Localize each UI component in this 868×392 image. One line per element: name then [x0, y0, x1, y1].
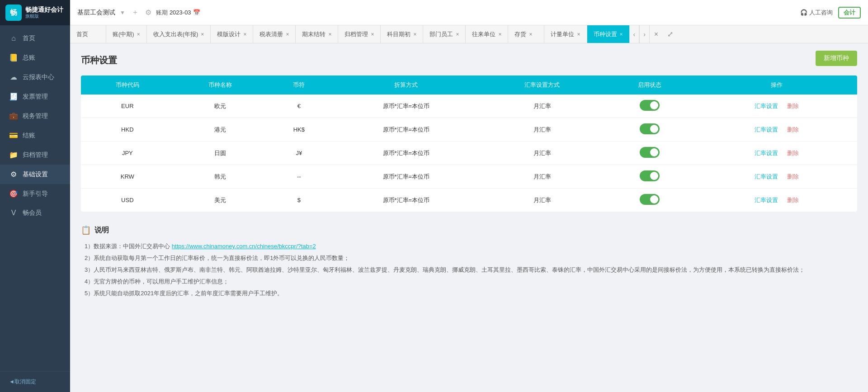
- tab-currency-label: 币种设置: [594, 30, 617, 38]
- tab-period-end[interactable]: 期末结转 ×: [296, 25, 338, 43]
- service-button[interactable]: 🎧 人工咨询: [800, 9, 833, 17]
- tab-period-end-close[interactable]: ×: [328, 31, 331, 38]
- new-currency-button[interactable]: 新增币种: [816, 51, 857, 66]
- note-item: 1）数据来源：中国外汇交易中心 https://www.chinamoney.c…: [85, 241, 857, 252]
- rate-setting-link-USD[interactable]: 汇率设置: [755, 197, 778, 203]
- tab-subjects[interactable]: 科目期初 ×: [381, 25, 423, 43]
- sidebar-item-tax[interactable]: 💼 税务管理: [0, 106, 70, 126]
- tab-income[interactable]: 收入支出表(年报) ×: [147, 25, 211, 43]
- sidebar-item-settings[interactable]: ⚙ 基础设置: [0, 165, 70, 184]
- period-label: 账期: [156, 9, 168, 17]
- cell-action: 汇率设置 删除: [696, 189, 857, 212]
- logo-sub: 旗舰版: [25, 13, 63, 19]
- tab-subjects-close[interactable]: ×: [413, 31, 416, 38]
- delete-link-KRW[interactable]: 删除: [787, 173, 799, 180]
- sidebar-item-home[interactable]: ⌂ 首页: [0, 29, 70, 48]
- tab-measure-close[interactable]: ×: [577, 31, 580, 38]
- sidebar-item-reports[interactable]: ☁ 云报表中心: [0, 67, 70, 87]
- tab-measure[interactable]: 计量单位 ×: [544, 25, 587, 43]
- sidebar-pin-label: ◄取消固定: [9, 378, 36, 386]
- company-settings-icon[interactable]: ⚙: [145, 8, 151, 17]
- tab-currency-close[interactable]: ×: [620, 31, 623, 38]
- toggle-EUR[interactable]: [640, 100, 660, 111]
- cell-status: [603, 94, 696, 118]
- cell-symbol: HK$: [267, 118, 331, 142]
- col-header-symbol: 币符: [267, 76, 331, 94]
- tab-units[interactable]: 往来单位 ×: [466, 25, 508, 43]
- sidebar-item-invoice[interactable]: 🧾 发票管理: [0, 87, 70, 106]
- tab-taxclear[interactable]: 税表清册 ×: [253, 25, 296, 43]
- note-link[interactable]: https://www.chinamoney.com.cn/chinese/bk…: [172, 243, 316, 250]
- cell-calc: 原币*汇率=本位币: [331, 118, 481, 142]
- table-row: KRW 韩元 -- 原币*汇率=本位币 月汇率 汇率设置 删除: [81, 165, 857, 189]
- cell-status: [603, 118, 696, 142]
- rate-setting-link-JPY[interactable]: 汇率设置: [755, 150, 778, 156]
- table-row: EUR 欧元 € 原币*汇率=本位币 月汇率 汇率设置 删除: [81, 94, 857, 118]
- cell-action: 汇率设置 删除: [696, 142, 857, 165]
- currency-table: 币种代码 币种名称 币符 折算方式 汇率设置方式 启用状态 操作 EUR 欧元 …: [81, 76, 857, 212]
- sidebar-pin-toggle[interactable]: ◄取消固定: [0, 371, 70, 392]
- tab-units-close[interactable]: ×: [498, 31, 501, 38]
- ledger-icon: 📒: [9, 53, 18, 62]
- sidebar-item-tax-label: 税务管理: [23, 112, 48, 120]
- cell-calc: 原币*汇率=本位币: [331, 94, 481, 118]
- logo-title: 畅捷通好会计: [25, 6, 63, 14]
- tab-inventory-close[interactable]: ×: [529, 31, 532, 38]
- currency-table-wrap: 币种代码 币种名称 币符 折算方式 汇率设置方式 启用状态 操作 EUR 欧元 …: [81, 76, 857, 212]
- cell-status: [603, 165, 696, 189]
- tab-inventory[interactable]: 存货 ×: [508, 25, 544, 43]
- sidebar-item-guide[interactable]: 🎯 新手引导: [0, 184, 70, 203]
- sidebar-item-checkout[interactable]: 💳 结账: [0, 126, 70, 145]
- tab-period-close[interactable]: ×: [137, 31, 140, 38]
- period-value: 2023-03: [170, 9, 191, 16]
- delete-link-HKD[interactable]: 删除: [787, 126, 799, 133]
- rate-setting-link-HKD[interactable]: 汇率设置: [755, 126, 778, 133]
- toggle-HKD[interactable]: [640, 123, 660, 134]
- tab-prev-button[interactable]: ‹: [630, 25, 640, 43]
- tab-next-button[interactable]: ›: [639, 25, 649, 43]
- tab-template[interactable]: 模版设计 ×: [211, 25, 253, 43]
- col-header-action: 操作: [696, 76, 857, 94]
- note-title: 说明: [94, 226, 109, 235]
- tab-income-close[interactable]: ×: [201, 31, 204, 38]
- cell-action: 汇率设置 删除: [696, 165, 857, 189]
- tab-taxclear-close[interactable]: ×: [286, 31, 289, 38]
- sidebar-item-ledger-label: 总账: [23, 54, 35, 62]
- calendar-icon[interactable]: 📅: [193, 9, 200, 16]
- tab-expand-button[interactable]: ⤢: [663, 25, 678, 43]
- table-row: JPY 日圆 J¥ 原币*汇率=本位币 月汇率 汇率设置 删除: [81, 142, 857, 165]
- tab-filing[interactable]: 归档管理 ×: [338, 25, 381, 43]
- delete-link-JPY[interactable]: 删除: [787, 150, 799, 156]
- sidebar-item-archive[interactable]: 📁 归档管理: [0, 145, 70, 165]
- delete-link-EUR[interactable]: 删除: [787, 103, 799, 109]
- toggle-USD[interactable]: [640, 194, 660, 205]
- note-section: 📋 说明 1）数据来源：中国外汇交易中心 https://www.chinamo…: [81, 225, 857, 299]
- tab-home[interactable]: 首页: [70, 25, 106, 43]
- rate-setting-link-EUR[interactable]: 汇率设置: [755, 103, 778, 109]
- tab-employees-close[interactable]: ×: [456, 31, 459, 38]
- user-role-badge[interactable]: 会计: [838, 7, 861, 19]
- toggle-KRW[interactable]: [640, 170, 660, 181]
- sidebar-item-member[interactable]: V 畅会员: [0, 203, 70, 222]
- add-tab-button[interactable]: ＋: [130, 8, 141, 17]
- col-header-status: 启用状态: [603, 76, 696, 94]
- rate-setting-link-KRW[interactable]: 汇率设置: [755, 173, 778, 180]
- tab-period[interactable]: 账(中期) ×: [106, 25, 147, 43]
- sidebar-item-reports-label: 云报表中心: [23, 73, 54, 81]
- toggle-knob-HKD: [650, 125, 658, 133]
- tab-currency[interactable]: 币种设置 ×: [587, 25, 630, 43]
- delete-link-USD[interactable]: 删除: [787, 197, 799, 203]
- tab-employees[interactable]: 部门员工 ×: [423, 25, 466, 43]
- sidebar-item-ledger[interactable]: 📒 总账: [0, 48, 70, 67]
- col-header-calc: 折算方式: [331, 76, 481, 94]
- cell-status: [603, 189, 696, 212]
- cell-status: [603, 142, 696, 165]
- tab-close-all-button[interactable]: ×: [649, 25, 663, 43]
- reports-icon: ☁: [9, 73, 18, 81]
- company-dropdown-icon[interactable]: ▼: [120, 9, 125, 16]
- note-list: 1）数据来源：中国外汇交易中心 https://www.chinamoney.c…: [81, 241, 857, 299]
- toggle-JPY[interactable]: [640, 147, 660, 158]
- tab-filing-close[interactable]: ×: [371, 31, 374, 38]
- tab-template-close[interactable]: ×: [243, 31, 246, 38]
- tab-home-label: 首页: [76, 30, 88, 38]
